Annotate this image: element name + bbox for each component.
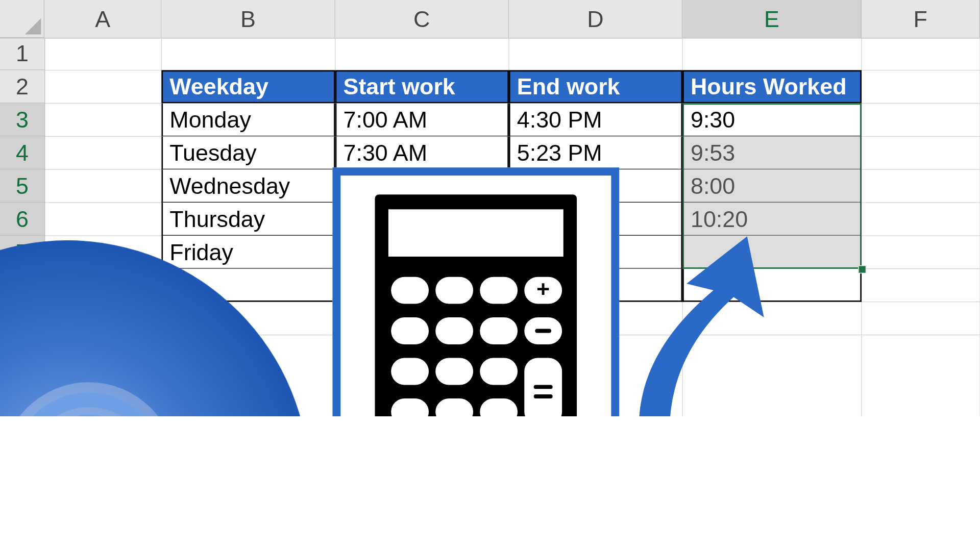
calculator-card: + — [332, 167, 619, 416]
header-end-work[interactable]: End work — [509, 70, 682, 104]
svg-rect-20 — [435, 277, 473, 304]
cell-b5[interactable]: Wednesday — [161, 169, 335, 203]
cell-b3[interactable]: Monday — [161, 104, 335, 137]
svg-rect-25 — [435, 317, 473, 344]
svg-rect-18 — [388, 209, 564, 257]
cell-d4[interactable]: 5:23 PM — [509, 136, 682, 169]
select-all-triangle[interactable] — [0, 0, 44, 38]
svg-text:+: + — [536, 276, 550, 302]
svg-rect-24 — [391, 317, 429, 344]
cell-c4[interactable]: 7:30 AM — [335, 136, 509, 169]
row-header-4[interactable]: 4 — [0, 136, 44, 169]
col-header-f[interactable]: F — [862, 0, 980, 38]
cell-d3[interactable]: 4:30 PM — [509, 104, 682, 137]
row-header-3[interactable]: 3 — [0, 104, 44, 137]
cell-e4[interactable]: 9:53 — [682, 136, 862, 169]
svg-rect-31 — [480, 358, 518, 385]
header-hours-worked[interactable]: Hours Worked — [682, 70, 862, 104]
svg-rect-36 — [435, 398, 473, 416]
svg-rect-33 — [534, 385, 553, 389]
cell-c3[interactable]: 7:00 AM — [335, 104, 509, 137]
svg-rect-35 — [391, 398, 429, 416]
row-header-5[interactable]: 5 — [0, 169, 44, 203]
col-header-b[interactable]: B — [161, 0, 335, 38]
arrow-icon — [606, 223, 794, 416]
svg-rect-26 — [480, 317, 518, 344]
svg-rect-21 — [480, 277, 518, 304]
row-header-2[interactable]: 2 — [0, 70, 44, 104]
svg-rect-34 — [534, 394, 553, 398]
cell-e5[interactable]: 8:00 — [682, 169, 862, 203]
row-header-1[interactable]: 1 — [0, 38, 44, 70]
cell-b4[interactable]: Tuesday — [161, 136, 335, 169]
header-weekday[interactable]: Weekday — [161, 70, 335, 104]
logo-click-icon — [0, 240, 310, 416]
cell-e3[interactable]: 9:30 — [682, 104, 862, 137]
svg-rect-30 — [435, 358, 473, 385]
col-header-d[interactable]: D — [509, 0, 682, 38]
svg-rect-29 — [391, 358, 429, 385]
col-header-a[interactable]: A — [44, 0, 161, 38]
fill-handle[interactable] — [858, 265, 866, 273]
svg-rect-37 — [480, 398, 518, 416]
svg-point-38 — [0, 240, 310, 416]
header-start-work[interactable]: Start work — [335, 70, 509, 104]
col-header-c[interactable]: C — [335, 0, 509, 38]
row-header-6[interactable]: 6 — [0, 203, 44, 236]
cell-b6[interactable]: Thursday — [161, 203, 335, 236]
calculator-icon: + — [340, 176, 611, 416]
col-header-e[interactable]: E — [682, 0, 862, 38]
svg-rect-19 — [391, 277, 429, 304]
svg-rect-28 — [535, 329, 551, 333]
